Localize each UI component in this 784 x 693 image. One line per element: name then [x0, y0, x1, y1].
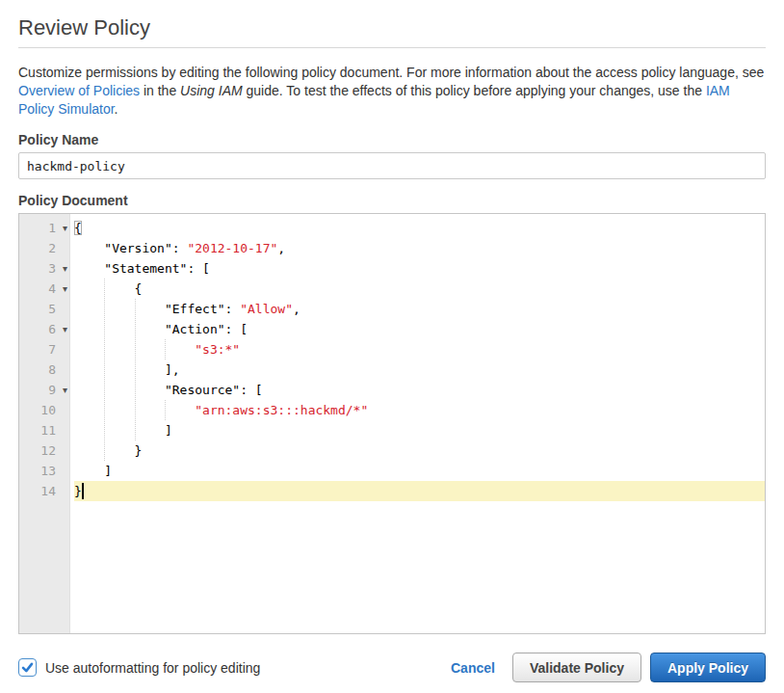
code-line: }	[74, 481, 765, 501]
using-iam-guide-name: Using IAM	[180, 83, 243, 98]
json-text: "Version":	[74, 241, 187, 255]
json-text: "Effect":	[74, 302, 240, 316]
overview-of-policies-link[interactable]: Overview of Policies	[18, 83, 140, 98]
page-title: Review Policy	[18, 15, 766, 40]
validate-policy-button[interactable]: Validate Policy	[512, 653, 641, 682]
code-line: ]	[74, 420, 765, 440]
gutter-line-number: 7	[19, 339, 69, 360]
gutter-line-number: 1▾	[19, 218, 69, 238]
code-line: }	[74, 440, 765, 461]
line-number: 5	[48, 302, 56, 316]
code-line: "Version": "2012-10-17",	[74, 238, 765, 258]
line-number: 7	[48, 342, 56, 357]
line-number: 14	[40, 484, 56, 498]
json-text: ,	[293, 302, 301, 316]
json-text: ]	[74, 423, 172, 438]
json-string-value: "arn:aws:s3:::hackmd/*"	[195, 403, 368, 417]
code-line: "s3:*"	[74, 339, 765, 360]
gutter-line-number: 2	[19, 238, 69, 258]
code-line: ],	[74, 360, 765, 380]
json-string-value: "s3:*"	[195, 342, 240, 357]
gutter-line-number: 3▾	[19, 258, 69, 279]
fold-arrow-icon[interactable]: ▾	[63, 319, 67, 339]
gutter-line-number: 12	[19, 440, 69, 461]
json-text: ,	[277, 241, 285, 255]
code-line: ]	[74, 461, 765, 481]
line-number: 12	[40, 443, 56, 458]
intro-text: Customize permissions by editing the fol…	[18, 64, 766, 119]
line-number: 13	[40, 464, 56, 478]
line-number: 11	[40, 423, 56, 438]
intro-segment: .	[115, 101, 118, 117]
json-text: "Statement": [	[74, 261, 210, 276]
intro-segment: in the	[140, 83, 180, 98]
json-text: "Resource": [	[74, 383, 263, 397]
cancel-link[interactable]: Cancel	[451, 660, 495, 676]
code-line: {	[74, 218, 765, 238]
checkmark-icon	[21, 661, 34, 674]
gutter-line-number: 4▾	[19, 279, 69, 299]
policy-document-editor[interactable]: 1▾23▾4▾56▾789▾1011121314 { "Version": "2…	[18, 213, 766, 634]
line-number: 9	[48, 383, 56, 397]
json-text: }	[74, 443, 142, 458]
code-line: "Resource": [	[74, 380, 765, 400]
code-line: {	[74, 279, 765, 299]
gutter-line-number: 14	[19, 481, 69, 501]
gutter-line-number: 13	[19, 461, 69, 481]
gutter-line-number: 6▾	[19, 319, 69, 339]
json-text	[74, 403, 195, 417]
line-number: 6	[48, 322, 56, 336]
text-cursor	[82, 483, 84, 499]
json-text: {	[74, 281, 142, 296]
gutter-line-number: 9▾	[19, 380, 69, 400]
autoformat-option[interactable]: Use autoformatting for policy editing	[18, 658, 260, 677]
line-number: 10	[40, 403, 56, 417]
fold-arrow-icon[interactable]: ▾	[63, 279, 67, 299]
gutter-line-number: 8	[19, 360, 69, 380]
footer-bar: Use autoformatting for policy editing Ca…	[18, 653, 766, 682]
apply-policy-button[interactable]: Apply Policy	[650, 653, 766, 682]
intro-segment: Customize permissions by editing the fol…	[18, 65, 764, 80]
json-text: "Action": [	[74, 322, 248, 336]
gutter-line-number: 11	[19, 420, 69, 440]
fold-arrow-icon[interactable]: ▾	[63, 258, 67, 279]
line-number: 8	[48, 362, 56, 377]
line-number: 2	[48, 241, 56, 255]
editor-code-area[interactable]: { "Version": "2012-10-17", "Statement": …	[70, 214, 765, 633]
review-policy-page: Review Policy Customize permissions by e…	[18, 15, 766, 682]
line-number: 4	[48, 281, 56, 296]
action-buttons: Cancel Validate Policy Apply Policy	[451, 653, 766, 682]
title-divider	[18, 47, 766, 48]
intro-segment: guide. To test the effects of this polic…	[243, 83, 706, 98]
editor-gutter: 1▾23▾4▾56▾789▾1011121314	[19, 214, 70, 633]
policy-name-input[interactable]	[18, 152, 766, 179]
policy-document-label: Policy Document	[18, 193, 766, 208]
json-text: ],	[74, 362, 180, 377]
json-text: }	[74, 484, 82, 498]
gutter-line-number: 10	[19, 400, 69, 420]
policy-name-label: Policy Name	[18, 132, 766, 147]
fold-arrow-icon[interactable]: ▾	[63, 380, 67, 400]
line-number: 1	[48, 221, 56, 235]
json-text: {	[74, 221, 82, 235]
code-line: "arn:aws:s3:::hackmd/*"	[74, 400, 765, 420]
json-string-value: "Allow"	[240, 302, 293, 316]
autoformat-label: Use autoformatting for policy editing	[45, 660, 260, 676]
json-text: ]	[74, 464, 112, 478]
gutter-line-number: 5	[19, 299, 69, 319]
code-line: "Effect": "Allow",	[74, 299, 765, 319]
code-line: "Action": [	[74, 319, 765, 339]
code-line: "Statement": [	[74, 258, 765, 279]
json-string-value: "2012-10-17"	[187, 241, 277, 255]
fold-arrow-icon[interactable]: ▾	[63, 218, 67, 238]
line-number: 3	[48, 261, 56, 276]
json-text	[74, 342, 195, 357]
autoformat-checkbox[interactable]	[18, 658, 37, 677]
